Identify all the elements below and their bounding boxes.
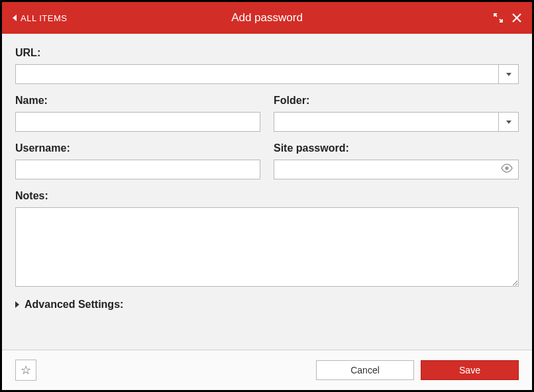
folder-input[interactable] <box>274 112 499 132</box>
star-icon: ☆ <box>21 363 31 377</box>
folder-dropdown-button[interactable] <box>499 112 519 132</box>
url-label: URL: <box>15 47 519 59</box>
back-label: ALL ITEMS <box>21 13 67 23</box>
header-actions <box>494 13 521 23</box>
url-dropdown-button[interactable] <box>499 64 519 84</box>
password-input[interactable] <box>274 160 519 179</box>
username-input[interactable] <box>15 160 260 179</box>
back-button[interactable]: ALL ITEMS <box>13 13 67 23</box>
show-password-icon[interactable] <box>500 164 513 175</box>
username-label: Username: <box>15 142 260 154</box>
dialog-header: ALL ITEMS Add password <box>2 2 532 34</box>
url-input[interactable] <box>15 64 499 84</box>
add-password-dialog: ALL ITEMS Add password URL: <box>2 2 532 390</box>
save-button[interactable]: Save <box>421 360 519 380</box>
name-group: Name: <box>15 95 260 132</box>
name-label: Name: <box>15 95 260 107</box>
notes-label: Notes: <box>15 190 519 202</box>
dialog-footer: ☆ Cancel Save <box>2 350 532 390</box>
folder-group: Folder: <box>274 95 519 132</box>
cancel-button[interactable]: Cancel <box>316 360 414 380</box>
dialog-title: Add password <box>231 11 303 24</box>
username-group: Username: <box>15 142 260 179</box>
chevron-right-icon <box>15 301 19 308</box>
caret-down-icon <box>506 121 511 124</box>
notes-input[interactable] <box>15 207 519 287</box>
password-label: Site password: <box>274 142 519 154</box>
url-group: URL: <box>15 47 519 84</box>
advanced-settings-label: Advanced Settings: <box>25 299 123 311</box>
notes-group: Notes: <box>15 190 519 287</box>
svg-point-0 <box>505 166 508 170</box>
password-group: Site password: <box>274 142 519 179</box>
chevron-left-icon <box>13 15 17 21</box>
dialog-content: URL: Name: Folder: <box>2 34 532 350</box>
expand-icon[interactable] <box>494 13 503 23</box>
folder-label: Folder: <box>274 95 519 107</box>
caret-down-icon <box>506 73 511 76</box>
advanced-settings-toggle[interactable]: Advanced Settings: <box>15 299 519 311</box>
name-input[interactable] <box>15 112 260 132</box>
close-icon[interactable] <box>512 13 521 23</box>
favorite-button[interactable]: ☆ <box>15 360 36 381</box>
